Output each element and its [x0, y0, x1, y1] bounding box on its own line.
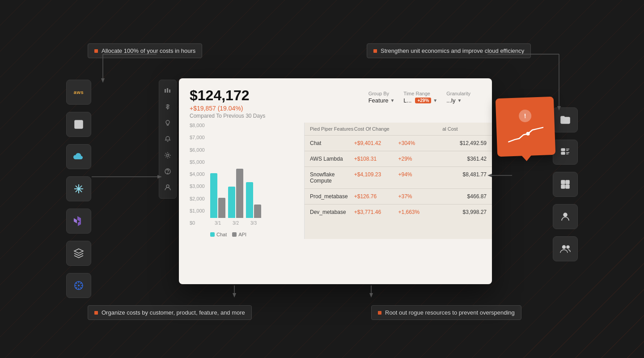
- icon-folder[interactable]: [553, 107, 578, 132]
- chevron-icon-3: ▼: [457, 98, 462, 103]
- panel-subtitle: Compared To Previous 30 Days: [190, 113, 265, 119]
- svg-rect-47: [561, 180, 565, 184]
- icon-aws[interactable]: aws: [66, 80, 91, 105]
- sidebar-item-bell[interactable]: [161, 132, 175, 146]
- chart-area: $8,000 $7,000 $6,000 $5,000 $4,000 $3,00…: [179, 123, 304, 239]
- tooltip-dot-4: [378, 311, 381, 315]
- td-cost-change-1: +$9,401.42: [354, 140, 398, 146]
- svg-rect-14: [75, 120, 83, 128]
- svg-point-53: [567, 246, 569, 248]
- svg-point-51: [564, 213, 567, 217]
- svg-line-27: [76, 283, 77, 284]
- icon-terraform[interactable]: [66, 209, 91, 234]
- svg-rect-32: [167, 88, 168, 93]
- td-pct-4: +37%: [398, 193, 443, 200]
- bar-api-1: [218, 198, 225, 218]
- table-row: Snowflake Compute +$4,109.23 +94% $8,481…: [305, 167, 492, 189]
- sidebar-item-bulb[interactable]: [161, 116, 175, 130]
- th-total: al Cost: [442, 126, 487, 132]
- chevron-icon: ▼: [390, 98, 394, 103]
- tooltip-top-left-text: Allocate 100% of your costs in hours: [102, 47, 195, 54]
- icon-kubernetes[interactable]: [66, 273, 91, 298]
- sidebar-item-gear[interactable]: [161, 148, 175, 162]
- bar-chat-1: [210, 173, 217, 218]
- td-total-2: $361.42: [442, 156, 487, 162]
- td-feature-5: Dev_metabase: [310, 209, 354, 215]
- svg-rect-48: [566, 180, 569, 184]
- chart-table-area: $8,000 $7,000 $6,000 $5,000 $4,000 $3,00…: [179, 123, 492, 239]
- alert-trend-chart: [508, 125, 544, 145]
- table-row: AWS Lambda +$108.31 +29% $361.42: [305, 151, 492, 167]
- tooltip-top-right-text: Strengthen unit economics and improve cl…: [381, 47, 524, 54]
- table-row: Chat +$9,401.42 +304% $12,492.59: [305, 136, 492, 151]
- icon-snowflake[interactable]: [66, 176, 91, 201]
- time-range-label: Time Range: [403, 91, 437, 96]
- tooltip-bottom-right-text: Root out rogue resources to prevent over…: [385, 309, 515, 316]
- td-pct-5: +1,663%: [398, 209, 443, 215]
- chevron-icon-2: ▼: [433, 98, 437, 103]
- tooltip-bottom-left-text: Organize costs by customer, product, fea…: [102, 309, 245, 316]
- td-pct-3: +94%: [398, 171, 443, 184]
- icon-list-detail[interactable]: [553, 140, 578, 165]
- svg-rect-49: [561, 185, 565, 188]
- control-group-by: Group By Feature ▼: [369, 91, 395, 104]
- td-total-5: $3,998.27: [442, 209, 487, 215]
- td-feature-1: Chat: [310, 140, 354, 146]
- legend-api: API: [232, 232, 246, 237]
- alert-warning-icon: !: [519, 110, 532, 123]
- svg-rect-44: [561, 152, 565, 154]
- main-panel: $124,172 +$19,857 (19.04%) Compared To P…: [179, 78, 492, 284]
- svg-point-20: [78, 188, 80, 190]
- tooltip-dot-2: [373, 49, 377, 53]
- bar-group-2: 3/2: [228, 169, 243, 226]
- svg-rect-41: [561, 149, 565, 151]
- td-cost-change-3: +$4,109.23: [354, 171, 398, 184]
- svg-point-52: [563, 246, 566, 249]
- tooltip-dot: [94, 49, 98, 53]
- bar-chat-2: [228, 187, 235, 218]
- control-granularity: Granularity ...ly ▼: [446, 91, 470, 104]
- td-cost-change-5: +$3,771.46: [354, 209, 398, 215]
- icon-cloud[interactable]: [66, 144, 91, 169]
- td-total-4: $466.87: [442, 193, 487, 200]
- td-total-3: $8,481.77: [442, 171, 487, 184]
- group-by-label: Group By: [369, 91, 395, 96]
- svg-rect-50: [566, 185, 569, 188]
- icon-image[interactable]: [66, 112, 91, 137]
- panel-amount: $124,172: [190, 87, 265, 104]
- icon-user[interactable]: [553, 204, 578, 229]
- bar-group-1: 3/1: [210, 173, 225, 226]
- th-cost-change: Cost Of Change: [354, 126, 398, 132]
- alert-badge: !: [496, 97, 555, 157]
- th-pct: [398, 126, 443, 132]
- sidebar-item-help[interactable]: [161, 164, 175, 179]
- panel-header: $124,172 +$19,857 (19.04%) Compared To P…: [179, 78, 492, 119]
- data-table: Pied Piper Features Cost Of Change al Co…: [304, 123, 492, 239]
- svg-point-37: [167, 154, 169, 157]
- group-by-value[interactable]: Feature ▼: [369, 97, 395, 104]
- tooltip-top-right: Strengthen unit economics and improve cl…: [367, 43, 531, 58]
- bar-api-3: [254, 205, 261, 218]
- sidebar-item-user[interactable]: [161, 180, 175, 195]
- svg-point-39: [168, 173, 168, 174]
- icon-layers[interactable]: [66, 241, 91, 266]
- sidebar-item-bars[interactable]: [161, 84, 175, 98]
- svg-marker-2: [101, 78, 105, 83]
- sidebar-item-dollar[interactable]: [161, 100, 175, 114]
- th-feature: Pied Piper Features: [310, 126, 354, 132]
- bar-group-3: 3/3: [246, 182, 261, 226]
- control-time-range: Time Range L... +29% ▼: [403, 91, 437, 104]
- bar-api-2: [236, 169, 243, 218]
- mini-sidebar: [159, 80, 177, 199]
- icon-users[interactable]: [553, 236, 578, 261]
- svg-point-40: [166, 185, 169, 188]
- td-total-1: $12,492.59: [442, 140, 487, 146]
- panel-controls: Group By Feature ▼ Time Range L... +29% …: [358, 91, 481, 104]
- td-feature-2: AWS Lambda: [310, 156, 354, 162]
- svg-line-30: [76, 287, 77, 289]
- svg-rect-31: [165, 89, 166, 93]
- granularity-value[interactable]: ...ly ▼: [446, 97, 470, 104]
- td-feature-4: Prod_metabase: [310, 193, 354, 200]
- time-range-value[interactable]: L... +29% ▼: [403, 97, 437, 104]
- icon-grid[interactable]: [553, 172, 578, 197]
